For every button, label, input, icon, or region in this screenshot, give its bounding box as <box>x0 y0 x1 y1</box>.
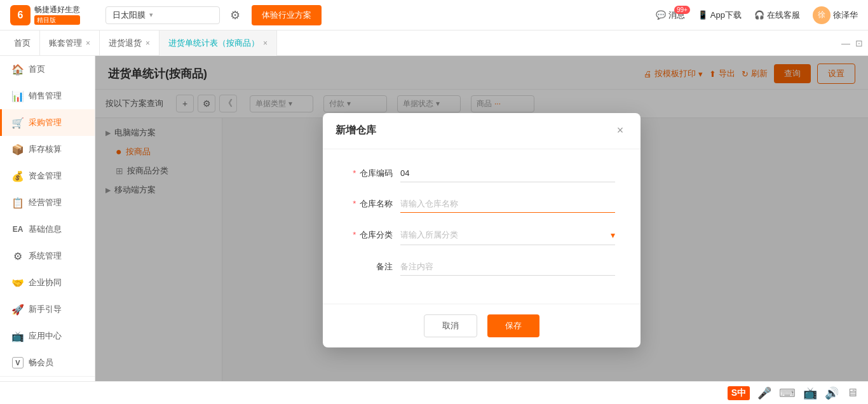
warehouse-note-row: 备注 <box>348 258 615 276</box>
sidebar-item-guide[interactable]: 🚀 新手引导 <box>0 296 95 323</box>
warehouse-note-input[interactable] <box>400 258 615 276</box>
store-name: 日太阳膜 <box>112 10 146 21</box>
system-icon: ⚙ <box>12 250 24 262</box>
shuang-logo: S中 <box>728 386 750 400</box>
message-badge: 99+ <box>674 6 690 14</box>
sidebar-operations-label: 经营管理 <box>29 197 62 208</box>
add-warehouse-modal: 新增仓库 × * 仓库编码 <box>323 113 641 347</box>
warehouse-category-select[interactable]: 请输入所属分类 ▾ <box>400 226 615 245</box>
tab-minimize-icon[interactable]: — <box>841 38 850 48</box>
purchase-stats-label: 进货单统计表（按商品） <box>168 37 259 49</box>
tab-bar-actions: — ⊡ <box>841 38 863 48</box>
tab-purchase-return[interactable]: 进货退货 × <box>100 30 159 56</box>
user-avatar[interactable]: 徐 徐泽华 <box>813 6 858 24</box>
account-management-label: 账套管理 <box>49 37 82 49</box>
sidebar-item-membership[interactable]: V 畅会员 <box>0 349 95 376</box>
category-dropdown-arrow: ▾ <box>611 230 615 240</box>
membership-icon: V <box>12 357 24 368</box>
sales-icon: 📊 <box>12 90 24 102</box>
avatar-initials: 徐 <box>818 10 825 20</box>
sidebar-item-sales[interactable]: 📊 销售管理 <box>0 83 95 109</box>
warehouse-name-label: * 仓库名称 <box>348 198 393 210</box>
sidebar-item-app-center[interactable]: 📺 应用中心 <box>0 323 95 349</box>
microphone-icon[interactable]: 🎤 <box>757 386 771 400</box>
sidebar: 🏠 首页 📊 销售管理 🛒 采购管理 📦 库存核算 💰 资金管理 📋 经营管理 … <box>0 56 95 404</box>
sidebar-membership-label: 畅会员 <box>29 357 53 368</box>
sidebar-guide-label: 新手引导 <box>29 304 62 315</box>
sidebar-sales-label: 销售管理 <box>29 90 62 102</box>
app-download-button[interactable]: 📱 App下载 <box>698 10 742 21</box>
headset-icon: 🎧 <box>754 10 764 20</box>
warehouse-note-label: 备注 <box>348 261 393 273</box>
tab-home[interactable]: 首页 <box>5 30 40 56</box>
sidebar-item-home[interactable]: 🏠 首页 <box>0 56 95 83</box>
tab-close-purchase-stats[interactable]: × <box>263 39 268 48</box>
guide-icon: 🚀 <box>12 304 24 315</box>
sidebar-item-system[interactable]: ⚙ 系统管理 <box>0 243 95 269</box>
warehouse-name-row: * 仓库名称 <box>348 195 615 213</box>
sidebar-item-finance[interactable]: 💰 资金管理 <box>0 163 95 189</box>
settings-icon[interactable]: ⚙ <box>225 5 245 25</box>
tab-purchase-stats[interactable]: 进货单统计表（按商品） × <box>159 30 277 56</box>
sidebar-item-purchase[interactable]: 🛒 采购管理 <box>0 109 95 136</box>
cancel-button[interactable]: 取消 <box>424 314 477 337</box>
store-selector[interactable]: 日太阳膜 ▾ <box>105 6 220 24</box>
modal-overlay: 新增仓库 × * 仓库编码 <box>95 56 868 404</box>
modal-footer: 取消 保存 <box>323 304 641 347</box>
main-layout: 🏠 首页 📊 销售管理 🛒 采购管理 📦 库存核算 💰 资金管理 📋 经营管理 … <box>0 56 868 404</box>
display-icon[interactable]: 📺 <box>803 386 817 400</box>
finance-icon: 💰 <box>12 170 24 182</box>
required-star-name: * <box>353 199 356 208</box>
sidebar-item-operations[interactable]: 📋 经营管理 <box>0 189 95 216</box>
content-area: 进货单统计(按商品) 🖨 按模板打印 ▾ ⬆ 导出 ↻ 刷新 查询 设置 <box>95 56 868 404</box>
messages-button[interactable]: 💬 消息 99+ <box>656 10 685 21</box>
operations-icon: 📋 <box>12 197 24 208</box>
purchase-return-label: 进货退货 <box>109 37 142 49</box>
username-label: 徐泽华 <box>833 10 858 21</box>
tab-close-account[interactable]: × <box>86 39 90 48</box>
modal-close-button[interactable]: × <box>613 123 628 138</box>
warehouse-category-placeholder: 请输入所属分类 <box>400 229 611 241</box>
modal-body: * 仓库编码 * 仓库名称 <box>323 149 641 304</box>
avatar: 徐 <box>813 6 831 24</box>
purchase-icon: 🛒 <box>12 117 24 128</box>
volume-icon[interactable]: 🔊 <box>825 386 839 400</box>
logo-area: 6 畅捷通好生意 精目版 <box>10 5 105 25</box>
sidebar-home-label: 首页 <box>29 64 45 75</box>
app-center-icon: 📺 <box>12 330 24 342</box>
store-dropdown-arrow: ▾ <box>149 11 153 19</box>
sidebar-system-label: 系统管理 <box>29 250 62 262</box>
modal-header: 新增仓库 × <box>323 113 641 149</box>
tab-maximize-icon[interactable]: ⊡ <box>855 38 863 48</box>
monitor-icon[interactable]: 🖥 <box>846 386 858 400</box>
sidebar-enterprise-label: 企业协同 <box>29 277 62 288</box>
sidebar-item-inventory[interactable]: 📦 库存核算 <box>0 136 95 163</box>
modal-title: 新增仓库 <box>336 124 376 137</box>
try-industry-button[interactable]: 体验行业方案 <box>252 5 322 25</box>
save-button[interactable]: 保存 <box>487 314 539 337</box>
sidebar-purchase-label: 采购管理 <box>29 117 62 128</box>
sidebar-basic-info-label: 基础信息 <box>29 224 62 235</box>
basic-info-icon: EA <box>12 224 24 235</box>
tab-account-management[interactable]: 账套管理 × <box>40 30 100 56</box>
sidebar-inventory-label: 库存核算 <box>29 144 62 155</box>
tab-close-purchase-return[interactable]: × <box>146 39 150 48</box>
logo-icon: 6 <box>10 5 31 25</box>
warehouse-name-input[interactable] <box>400 195 615 213</box>
required-star-cat: * <box>353 230 356 239</box>
sidebar-item-enterprise[interactable]: 🤝 企业协同 <box>0 269 95 296</box>
header-right: 💬 消息 99+ 📱 App下载 🎧 在线客服 徐 徐泽华 <box>656 6 858 24</box>
sidebar-finance-label: 资金管理 <box>29 170 62 182</box>
home-tab-label: 首页 <box>14 37 31 49</box>
keyboard-icon[interactable]: ⌨ <box>779 386 796 400</box>
logo-text: 畅捷通好生意 精目版 <box>34 5 80 25</box>
warehouse-category-label: * 仓库分类 <box>348 229 393 241</box>
sidebar-item-basic-info[interactable]: EA 基础信息 <box>0 216 95 243</box>
warehouse-code-input[interactable] <box>400 165 615 182</box>
top-header: 6 畅捷通好生意 精目版 日太阳膜 ▾ ⚙ 体验行业方案 💬 消息 99+ 📱 … <box>0 0 868 30</box>
required-star-code: * <box>353 168 356 178</box>
status-bar: S中 🎤 ⌨ 📺 🔊 🖥 <box>0 381 868 404</box>
sidebar-app-center-label: 应用中心 <box>29 330 62 342</box>
online-service-button[interactable]: 🎧 在线客服 <box>754 10 800 21</box>
tab-bar: 首页 账套管理 × 进货退货 × 进货单统计表（按商品） × — ⊡ <box>0 30 868 56</box>
